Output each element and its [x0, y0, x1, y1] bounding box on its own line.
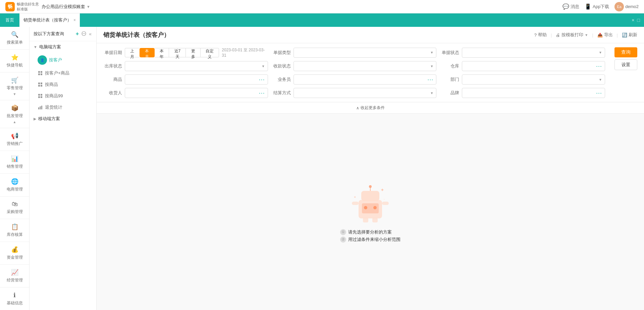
doc-status-label: 单据状态: [440, 50, 459, 56]
sidebar-item-operations[interactable]: 📈 经营管理: [0, 265, 29, 288]
collapse-label: 收起更多条件: [361, 105, 385, 111]
sidebar-label-operations: 经营管理: [7, 277, 23, 283]
scheme-item-label-return-stats: 退货统计: [45, 104, 62, 110]
report-header: 销货单统计表（按客户） ? 帮助 | 🖨 按模板打印 ▼ | 📤: [97, 27, 644, 43]
sidebar-label-retail: 零售管理: [7, 85, 23, 91]
tab-close-icon[interactable]: ×: [73, 18, 76, 22]
receiver-dots[interactable]: ···: [259, 90, 265, 97]
date-btn-last-month[interactable]: 上月: [125, 48, 140, 57]
scheme-icon-grid2: [38, 82, 43, 87]
scheme-group-desktop-header[interactable]: ▼ 电脑端方案: [30, 41, 96, 53]
svg-rect-13: [41, 94, 42, 96]
export-icon: 📤: [597, 33, 603, 38]
sidebar-item-purchase[interactable]: 🛍 采购管理: [0, 197, 29, 219]
brand-dots[interactable]: ···: [596, 90, 602, 97]
print-template-button[interactable]: 🖨 按模板打印 ▼: [556, 32, 588, 38]
scheme-item-by-product-99[interactable]: 按商品99: [30, 90, 96, 102]
sidebar-item-finance[interactable]: 💰 资金管理: [0, 242, 29, 265]
salesperson-input[interactable]: ···: [293, 74, 437, 85]
svg-rect-23: [361, 191, 379, 201]
scheme-item-label-by-product: 按商品: [45, 82, 58, 88]
collapse-scheme-button[interactable]: «: [88, 30, 92, 38]
date-btn-custom[interactable]: 自定义: [201, 48, 219, 57]
sidebar-item-basics[interactable]: ℹ 基础信息: [0, 288, 29, 310]
sidebar-label-wholesale: 批发管理: [7, 113, 23, 119]
out-status-label: 出库状态: [103, 63, 122, 69]
sidebar-item-shortcut[interactable]: ⭐ 快捷导航: [0, 50, 29, 72]
sidebar-item-ecommerce[interactable]: 🌐 电商管理: [0, 174, 29, 197]
empty-tip-2: ② 用过滤条件来缩小分析范围: [340, 237, 400, 243]
date-btn-7days[interactable]: 近7天: [169, 48, 186, 57]
svg-text:✦: ✦: [354, 195, 356, 199]
scheme-item-label-by-customer-product: 按客户+商品: [45, 70, 69, 76]
svg-rect-17: [40, 106, 41, 109]
add-scheme-button[interactable]: +: [75, 30, 79, 38]
query-button[interactable]: 查询: [614, 47, 637, 57]
report-header-actions: ? 帮助 | 🖨 按模板打印 ▼ | 📤 导出 |: [534, 32, 637, 42]
window-controls: × □: [628, 17, 644, 23]
retail-icon: 🛒: [11, 76, 18, 84]
sidebar-item-retail[interactable]: 🛒 零售管理 ▼: [0, 72, 29, 100]
product-input[interactable]: ···: [125, 74, 268, 85]
search-icon: 🔍: [11, 31, 18, 38]
sidebar: 🔍 搜索菜单 ⭐ 快捷导航 🛒 零售管理 ▼ 📦 批发管理 ▲ 📢 营销推广 📊…: [0, 27, 30, 310]
settings-button[interactable]: 设置: [614, 59, 637, 70]
tab-active[interactable]: 销货单统计表（按客户） ×: [19, 13, 80, 27]
app-download-action[interactable]: 📱 App下载: [585, 3, 609, 10]
salesperson-dots[interactable]: ···: [427, 76, 433, 83]
out-status-select[interactable]: ▼: [125, 61, 268, 71]
scheme-item-by-customer[interactable]: 👤 按客户: [30, 53, 96, 67]
doc-status-select[interactable]: ▼: [462, 48, 605, 58]
settlement-select[interactable]: ▼: [293, 88, 437, 98]
svg-point-22: [373, 206, 377, 209]
sidebar-label-sales: 销售管理: [7, 164, 23, 169]
message-icon: 💬: [562, 3, 569, 10]
close-window-icon[interactable]: ×: [632, 17, 634, 23]
scheme-group-mobile-label: 移动端方案: [38, 116, 60, 122]
maximize-window-icon[interactable]: □: [637, 17, 640, 23]
warehouse-input[interactable]: ···: [462, 61, 605, 71]
refresh-button[interactable]: 🔄 刷新: [622, 32, 637, 38]
sidebar-item-inventory[interactable]: 📋 库存核算: [0, 219, 29, 242]
sidebar-label-purchase: 采购管理: [7, 209, 23, 215]
doc-status-arrow: ▼: [599, 51, 602, 54]
basics-icon: ℹ: [13, 292, 16, 299]
doc-type-select[interactable]: ▼: [293, 48, 437, 58]
product-dots[interactable]: ···: [259, 76, 265, 83]
settlement-label: 结算方式: [272, 90, 291, 96]
date-range-display: 2023-03-01 至 2023-03-31: [222, 47, 268, 58]
tab-home[interactable]: 首页: [0, 13, 19, 27]
scheme-item-return-stats[interactable]: 退货统计: [30, 102, 96, 113]
doc-type-label: 单据类型: [272, 50, 291, 56]
user-profile[interactable]: Ea demo2: [614, 2, 639, 11]
date-label: 单据日期: [103, 50, 122, 56]
warehouse-dots[interactable]: ···: [596, 63, 602, 70]
date-btn-current-month[interactable]: 本月: [140, 48, 155, 57]
brand-input[interactable]: ···: [462, 88, 605, 98]
date-btn-more[interactable]: 更多: [186, 48, 201, 57]
scheme-item-by-customer-product[interactable]: 按客户+商品: [30, 67, 96, 79]
collect-status-label: 收款状态: [272, 63, 291, 69]
collect-status-select[interactable]: ▼: [293, 61, 437, 71]
sidebar-label-basics: 基础信息: [7, 300, 23, 306]
sidebar-item-search[interactable]: 🔍 搜索菜单: [0, 27, 29, 50]
help-button[interactable]: ? 帮助: [534, 32, 547, 38]
industry-selector[interactable]: 办公用品行业模拟账套 ▼: [42, 4, 90, 10]
export-button[interactable]: 📤 导出: [597, 32, 613, 38]
sidebar-item-wholesale[interactable]: 📦 批发管理 ▲: [0, 100, 29, 128]
print-dropdown-arrow: ▼: [585, 33, 588, 37]
svg-point-3: [85, 33, 85, 34]
collapse-bar[interactable]: ∧ 收起更多条件: [97, 102, 644, 114]
tip-num-2: ②: [340, 237, 346, 243]
message-action[interactable]: 💬 消息: [562, 3, 579, 10]
scheme-group-mobile-header[interactable]: ▶ 移动端方案: [30, 113, 96, 124]
sidebar-item-sales[interactable]: 📊 销售管理: [0, 151, 29, 174]
edit-scheme-button[interactable]: [81, 30, 87, 38]
sidebar-item-marketing[interactable]: 📢 营销推广: [0, 128, 29, 151]
empty-illustration: ✦ ✦ •: [350, 182, 390, 225]
receiver-input[interactable]: ···: [125, 88, 268, 98]
logo-area: 畅 畅捷信好生意 标准版: [5, 2, 39, 11]
department-select[interactable]: ▼: [462, 74, 605, 85]
date-btn-current-year[interactable]: 本年: [155, 48, 169, 57]
scheme-item-by-product[interactable]: 按商品: [30, 79, 96, 90]
